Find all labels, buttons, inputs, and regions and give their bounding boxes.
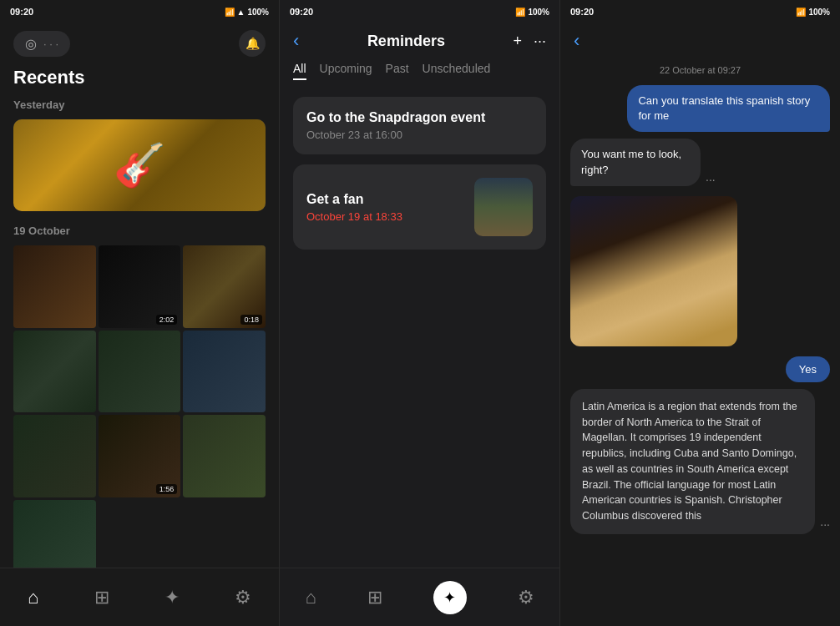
more-options-button[interactable]: ··· bbox=[534, 33, 546, 50]
tab-past[interactable]: Past bbox=[386, 62, 409, 80]
msg-received-translation: Latin America is a region that extends f… bbox=[570, 389, 830, 534]
book-image[interactable] bbox=[570, 196, 737, 346]
reminders-content: Go to the Snapdragon event October 23 at… bbox=[280, 87, 559, 568]
status-bar-p2: 09:20 📶 100% bbox=[280, 0, 559, 23]
home-icon: ⌂ bbox=[28, 587, 38, 608]
chat-timestamp: 22 October at 09:27 bbox=[570, 65, 830, 75]
message-dots-icon[interactable]: ··· bbox=[706, 173, 716, 186]
wifi-icon: ▲ bbox=[237, 8, 245, 17]
photo-grid-row3: 1:56 bbox=[13, 415, 266, 497]
photo-grid-row4 bbox=[13, 500, 266, 568]
bubble-yes: Yes bbox=[786, 356, 830, 382]
photos-content: Recents Yesterday 🎸 19 October 2:02 0:18 bbox=[0, 67, 279, 568]
reminder-1-title: Go to the Snapdragon event bbox=[306, 110, 533, 125]
nav-settings[interactable]: ⚙ bbox=[235, 587, 251, 608]
photo-grid-row2 bbox=[13, 331, 266, 413]
tab-all[interactable]: All bbox=[293, 62, 306, 80]
reminders-tabs: All Upcoming Past Unscheduled bbox=[280, 52, 559, 87]
photo-grid-row1: 2:02 0:18 bbox=[13, 245, 266, 328]
photo-cell-2[interactable]: 2:02 bbox=[99, 245, 181, 328]
photos-icon-p2: ⊞ bbox=[367, 587, 382, 608]
nav-home[interactable]: ⌂ bbox=[28, 587, 38, 608]
back-button-p3[interactable]: ‹ bbox=[574, 30, 579, 52]
msg-sent-yes: Yes bbox=[570, 356, 830, 382]
msg-sent-translate: Can you translate this spanish story for… bbox=[570, 85, 830, 132]
magic-icon: ✦ bbox=[164, 587, 180, 608]
video-duration-1: 2:02 bbox=[156, 315, 178, 325]
photo-cell-7[interactable] bbox=[13, 415, 96, 497]
recents-title: Recents bbox=[13, 67, 266, 88]
reminder-1-date: October 23 at 16:00 bbox=[306, 129, 533, 141]
signal-icon-p2: 📶 bbox=[515, 8, 525, 17]
home-icon-p2: ⌂ bbox=[305, 587, 316, 608]
lens-icon: ◎ bbox=[25, 36, 37, 52]
reminder-2-date: October 19 at 18:33 bbox=[306, 210, 464, 223]
bell-icon: 🔔 bbox=[245, 37, 260, 50]
photo-cell-10[interactable] bbox=[13, 500, 96, 568]
reminder-snapdragon[interactable]: Go to the Snapdragon event October 23 at… bbox=[293, 97, 546, 154]
reminders-title: Reminders bbox=[367, 33, 445, 50]
status-bar-p1: 09:20 📶 ▲ 100% bbox=[0, 0, 279, 23]
signal-icon: 📶 bbox=[225, 8, 235, 17]
settings-icon: ⚙ bbox=[235, 587, 251, 608]
battery-p3: 100% bbox=[808, 8, 830, 17]
status-icons-p3: 📶 100% bbox=[796, 8, 830, 17]
nav-magic-p2[interactable]: ✦ bbox=[433, 581, 467, 614]
photos-icon: ⊞ bbox=[94, 587, 109, 608]
nav-home-p2[interactable]: ⌂ bbox=[305, 587, 316, 608]
reminders-bottom-nav: ⌂ ⊞ ✦ ⚙ bbox=[280, 568, 559, 626]
msg-received-look: You want me to look, right? ··· bbox=[570, 139, 830, 185]
photos-header: ◎ · · · 🔔 bbox=[0, 23, 279, 67]
date-19oct: 19 October bbox=[13, 225, 266, 237]
nav-settings-p2[interactable]: ⚙ bbox=[518, 587, 534, 608]
notification-button[interactable]: 🔔 bbox=[239, 30, 266, 57]
settings-icon-p2: ⚙ bbox=[518, 587, 534, 608]
time-p2: 09:20 bbox=[290, 7, 313, 17]
long-message-dots-icon[interactable]: ··· bbox=[820, 517, 830, 531]
guitar-icon: 🎸 bbox=[114, 141, 165, 189]
video-duration-2: 0:18 bbox=[240, 315, 262, 325]
reminder-fan[interactable]: Get a fan October 19 at 18:33 bbox=[293, 164, 546, 250]
photo-cell-6[interactable] bbox=[183, 331, 266, 413]
battery-p1: 100% bbox=[247, 8, 269, 17]
add-reminder-button[interactable]: + bbox=[513, 33, 522, 50]
date-yesterday: Yesterday bbox=[13, 98, 266, 111]
photo-cell-5[interactable] bbox=[99, 331, 181, 413]
battery-p2: 100% bbox=[528, 8, 549, 17]
chat-content: 22 October at 09:27 Can you translate th… bbox=[560, 58, 840, 626]
photos-panel: 09:20 📶 ▲ 100% ◎ · · · 🔔 Recents Yesterd… bbox=[0, 0, 280, 626]
search-pill-dots: · · · bbox=[43, 38, 58, 50]
reminder-2-title: Get a fan bbox=[306, 192, 464, 207]
magic-icon-p2: ✦ bbox=[433, 581, 467, 614]
reminder-2-image bbox=[474, 178, 533, 236]
guitar-photo[interactable]: 🎸 bbox=[13, 119, 266, 211]
signal-icon-p3: 📶 bbox=[796, 8, 806, 17]
status-icons-p1: 📶 ▲ 100% bbox=[225, 8, 269, 17]
received-look-container: You want me to look, right? ··· bbox=[570, 139, 737, 185]
photo-cell-1[interactable] bbox=[13, 245, 96, 328]
msg-image bbox=[570, 193, 830, 350]
time-p3: 09:20 bbox=[570, 7, 594, 17]
time-p1: 09:20 bbox=[10, 7, 33, 17]
photo-cell-9[interactable] bbox=[183, 415, 266, 497]
nav-photos-p2[interactable]: ⊞ bbox=[367, 587, 382, 608]
status-icons-p2: 📶 100% bbox=[515, 8, 549, 17]
nav-magic[interactable]: ✦ bbox=[164, 587, 180, 608]
reminders-header: ‹ Reminders + ··· bbox=[280, 23, 559, 52]
photo-cell-8[interactable]: 1:56 bbox=[99, 415, 181, 497]
bubble-received-look: You want me to look, right? bbox=[570, 139, 701, 185]
search-pill[interactable]: ◎ · · · bbox=[13, 31, 70, 57]
chat-panel: 09:20 📶 100% ‹ 22 October at 09:27 Can y… bbox=[560, 0, 840, 626]
photo-cell-3[interactable]: 0:18 bbox=[183, 245, 266, 328]
book-bg bbox=[570, 196, 737, 346]
photos-bottom-nav: ⌂ ⊞ ✦ ⚙ bbox=[0, 568, 279, 626]
photo-cell-4[interactable] bbox=[13, 331, 96, 413]
tab-unscheduled[interactable]: Unscheduled bbox=[423, 62, 491, 80]
video-duration-3: 1:56 bbox=[156, 484, 178, 494]
back-button-p2[interactable]: ‹ bbox=[293, 30, 299, 52]
chat-header: ‹ bbox=[560, 23, 840, 58]
bubble-sent-translate: Can you translate this spanish story for… bbox=[627, 85, 830, 132]
tab-upcoming[interactable]: Upcoming bbox=[320, 62, 372, 80]
nav-photos[interactable]: ⊞ bbox=[94, 587, 109, 608]
status-bar-p3: 09:20 📶 100% bbox=[560, 0, 840, 23]
